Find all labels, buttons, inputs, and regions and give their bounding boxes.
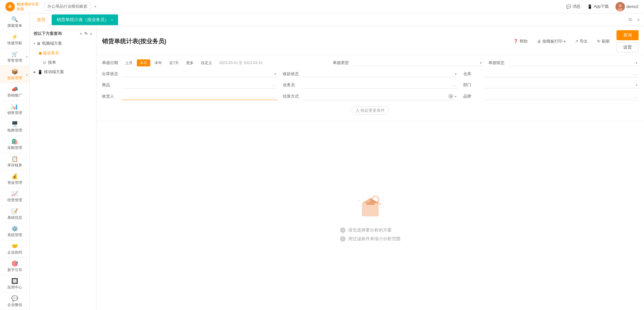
tree-group-mobile[interactable]: ▶ 📱 移动端方案 [30, 67, 96, 77]
brand-control[interactable]: … [483, 93, 639, 100]
sidebar-item-operations[interactable]: 📈 经营管理 [0, 188, 29, 205]
receiver-control[interactable]: … [122, 93, 277, 100]
salesperson-control[interactable]: … [303, 82, 458, 89]
filter-row-4: 收货人 … 结算方式 × ▾ [102, 93, 639, 100]
logo-icon: 好 [5, 2, 15, 11]
close-window-btn[interactable]: × [636, 16, 641, 23]
collapse-btn[interactable]: ⋀ 收起更多条件 [352, 106, 389, 115]
filter-brand: 品牌 … [463, 93, 639, 100]
tree-sub2-order[interactable]: ⊞ 按单 [30, 58, 96, 67]
home-tab[interactable]: 首页 [32, 14, 50, 25]
header-left: 好 畅捷通好生意 标版 办公用品行业模拟账套 ▾ [5, 2, 96, 11]
apps-icon: 🔲 [11, 278, 18, 284]
date-last-month[interactable]: 上月 [122, 59, 136, 66]
restore-window-btn[interactable]: ⧉ [627, 16, 633, 23]
filter-receipt-status: 收款状态 ▾ [283, 71, 458, 77]
tree-expand-mobile: ▶ [34, 70, 36, 74]
help-btn[interactable]: ❓ 帮助 [511, 37, 530, 46]
active-tab[interactable]: 销货单统计表（按业务员） × [52, 14, 118, 25]
refresh-btn[interactable]: ↻ 刷新 [594, 37, 612, 46]
doc-type-control[interactable]: ▾ [353, 60, 483, 66]
print-btn[interactable]: 🖨 按模板打印 [534, 37, 568, 46]
svg-text:✦: ✦ [380, 206, 382, 208]
date-this-year[interactable]: 本年 [152, 59, 165, 66]
warehouse-control[interactable]: … [483, 70, 639, 78]
doc-status-control[interactable]: ▾ [508, 60, 639, 66]
enterprise-icon: 🤝 [11, 243, 18, 249]
app-name[interactable]: 办公用品行业模拟账套 [44, 3, 91, 10]
user-info[interactable]: demo2 [615, 2, 639, 11]
date-this-month[interactable]: 本月 [137, 59, 150, 66]
collapse-panel-btn[interactable]: « [90, 31, 92, 36]
app-dropdown-arrow[interactable]: ▾ [95, 5, 96, 8]
tab-close-btn[interactable]: × [111, 18, 113, 22]
receipt-status-control[interactable]: ▾ [303, 71, 458, 77]
doc-status-arrow: ▾ [636, 61, 637, 65]
department-control[interactable]: ▾ [483, 82, 639, 88]
goods-control[interactable]: … [122, 82, 277, 89]
sidebar-item-finance[interactable]: 💰 资金管理 [0, 170, 29, 188]
svg-text:✦: ✦ [359, 199, 361, 202]
guide-icon: 🎯 [11, 260, 18, 267]
sidebar-item-wechat[interactable]: 💬 企业微信 [0, 293, 29, 310]
page-content: 按以下方案查询 + ✎ « ▾ 🖥 电脑端方案 按业务员 [30, 26, 644, 310]
left-panel: 按以下方案查询 + ✎ « ▾ 🖥 电脑端方案 按业务员 [30, 26, 97, 310]
retail-icon: 🛒 [11, 51, 18, 57]
export-btn[interactable]: ↗ 导出 [572, 37, 590, 46]
settings-button[interactable]: 设置 [616, 42, 639, 52]
goods-label: 商品 [102, 82, 119, 88]
header-right: 💬 消息 📱 App下载 demo2 [566, 2, 639, 11]
add-scheme-btn[interactable]: + [79, 31, 82, 36]
sidebar-item-ecommerce[interactable]: 🖥️ 电商管理 [0, 118, 29, 136]
tree-sub-salesperson[interactable]: 按业务员 [30, 48, 96, 58]
tree-group-icon: ⊞ [43, 60, 46, 65]
sidebar-item-search[interactable]: 🔍 搜索菜单 [0, 13, 29, 31]
left-panel-header: 按以下方案查询 + ✎ « [30, 29, 96, 39]
out-status-label: 出库状态 [102, 71, 119, 77]
filter-receiver: 收货人 … [102, 93, 277, 100]
tree-group-desktop[interactable]: ▾ 🖥 电脑端方案 [30, 39, 96, 48]
basic-info-icon: 📝 [11, 208, 18, 214]
sidebar-item-purchase[interactable]: 🛍️ 采购管理 [0, 136, 29, 153]
tree-expand-desktop: ▾ [34, 42, 35, 45]
sidebar-item-enterprise[interactable]: 🤝 企业协同 [0, 240, 29, 258]
sidebar-item-shortcuts[interactable]: ⚡ 快捷导航 [0, 31, 29, 48]
date-custom[interactable]: 自定义 [198, 59, 215, 66]
purchase-icon: 🛍️ [11, 138, 18, 145]
out-status-control[interactable]: ▾ [122, 71, 277, 77]
sidebar-item-wholesale[interactable]: 📦 批发管理 ▴ [0, 66, 29, 83]
filter-out-status: 出库状态 ▾ [102, 71, 277, 77]
top-header: 好 畅捷通好生意 标版 办公用品行业模拟账套 ▾ 💬 消息 📱 App下载 [0, 0, 644, 13]
date-last-7[interactable]: 近7天 [166, 59, 182, 66]
sidebar-item-guide[interactable]: 🎯 新手引导 [0, 258, 29, 275]
search-icon: 🔍 [11, 16, 18, 22]
title-actions: ❓ 帮助 🖨 按模板打印 ↗ 导出 ↻ 刷新 [511, 30, 639, 52]
filter-warehouse: 仓库 … [463, 70, 639, 78]
query-button[interactable]: 查询 [616, 30, 639, 40]
sidebar-item-retail[interactable]: 🛒 零售管理 ▾ [0, 48, 29, 66]
sidebar-item-system[interactable]: ⚙️ 系统管理 [0, 223, 29, 240]
filter-goods: 商品 … [102, 82, 277, 89]
sidebar-item-apps[interactable]: 🔲 应用中心 [0, 275, 29, 293]
date-more[interactable]: 更多 [183, 59, 197, 66]
sidebar-item-sales[interactable]: 📊 销售管理 [0, 101, 29, 118]
collapse-row: ⋀ 收起更多条件 [102, 104, 639, 117]
salesperson-more: … [452, 83, 457, 87]
sidebar-item-inventory[interactable]: 📋 库存核算 [0, 153, 29, 170]
app-download-action[interactable]: 📱 App下载 [587, 4, 609, 9]
edit-scheme-btn[interactable]: ✎ [84, 31, 88, 36]
payment-clear-btn[interactable]: × [448, 94, 453, 99]
logo-area[interactable]: 好 畅捷通好生意 标版 [5, 2, 39, 11]
sidebar-item-marketing[interactable]: 📣 营销推广 [0, 83, 29, 101]
home-tab-label: 首页 [37, 17, 46, 23]
receipt-status-arrow: ▾ [455, 72, 457, 76]
sidebar-item-basic-info[interactable]: 📝 基础信息 [0, 205, 29, 223]
active-tab-label: 销货单统计表（按业务员） [57, 17, 109, 23]
filter-doc-type: 单据类型 ▾ [333, 60, 483, 66]
tab-bar-right: ⧉ × [627, 16, 641, 23]
department-label: 部门 [463, 82, 481, 88]
message-action[interactable]: 💬 消息 [566, 4, 581, 9]
empty-tip-1: 1 请先选择要分析的方案 [340, 227, 400, 233]
logo-text: 畅捷通好生意 标版 [17, 2, 39, 11]
payment-method-control[interactable]: × ▾ [303, 93, 458, 100]
